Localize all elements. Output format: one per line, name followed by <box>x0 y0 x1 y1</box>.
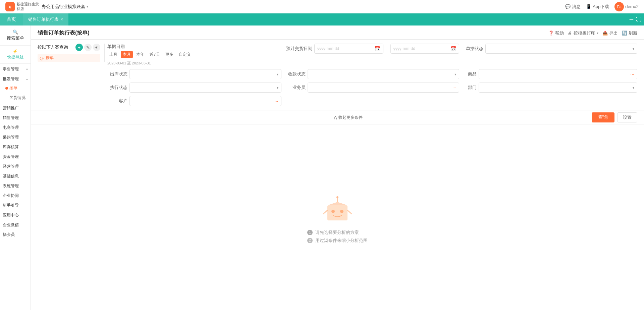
empty-tip-2: 2 用过滤条件来缩小分析范围 <box>307 238 368 244</box>
help-button[interactable]: ❓ 帮助 <box>548 30 564 36</box>
sidebar: 🔍 搜索菜单 ⚡ 快捷导航 零售管理 ▾ 批发管理 ▴ 按单 欠货情况 营销推广… <box>0 25 31 310</box>
expected-date-to-input[interactable]: yyyy-mm-dd 📅 <box>390 44 460 54</box>
filter-section: 按以下方案查询 + ✎ ≪ ◎ 按单 <box>31 40 644 110</box>
customer-label: 客户 <box>107 98 127 104</box>
dept-label: 部门 <box>463 85 477 91</box>
product-select[interactable]: ··· <box>479 69 637 79</box>
search-icon: 🔍 <box>13 30 18 35</box>
status-select[interactable]: ▾ <box>485 44 637 54</box>
expected-date-label: 预计交货日期 <box>285 46 312 52</box>
ship-arrow-icon: ▾ <box>277 72 278 76</box>
sidebar-group-basic[interactable]: 基础信息 <box>0 171 31 180</box>
date-btn-last-month[interactable]: 上月 <box>107 51 119 58</box>
empty-tips: 1 请先选择要分析的方案 2 用过滤条件来缩小分析范围 <box>307 229 368 244</box>
empty-state: 1 请先选择要分析的方案 2 用过滤条件来缩小分析范围 <box>31 125 644 310</box>
sidebar-group-member[interactable]: 畅会员 <box>0 229 31 239</box>
print-arrow-icon: ▾ <box>597 31 598 35</box>
tab-active[interactable]: 销售订单执行表 × <box>23 13 68 25</box>
tab-bar: 首页 销售订单执行表 × ─ ⛶ <box>0 13 644 25</box>
sidebar-group-appcenter[interactable]: 应用中心 <box>0 210 31 219</box>
date-btn-this-month[interactable]: 本月 <box>121 51 133 58</box>
help-icon: ❓ <box>548 31 554 36</box>
message-button[interactable]: 💬 消息 <box>565 4 581 10</box>
sidebar-group-inventory[interactable]: 库存核算 <box>0 142 31 151</box>
refresh-button[interactable]: 🔄 刷新 <box>622 30 637 36</box>
empty-icon <box>321 192 354 225</box>
date-quick-btns: 上月 本月 本年 近7天 更多 自定义 <box>107 51 193 58</box>
sidebar-group-purchase[interactable]: 采购管理 <box>0 132 31 142</box>
tip-num-1: 1 <box>307 230 313 235</box>
sidebar-group-operation[interactable]: 经营管理 <box>0 161 31 171</box>
plan-header-label: 按以下方案查询 <box>38 44 68 50</box>
customer-select[interactable]: ··· <box>129 96 281 106</box>
receipt-status-label: 收款状态 <box>285 71 306 77</box>
print-icon: 🖨 <box>568 31 572 36</box>
filter-fields: 单据日期 上月 本月 本年 近7天 更多 自定义 <box>107 44 637 106</box>
app-download-button[interactable]: 📱 App下载 <box>586 4 609 10</box>
salesperson-select[interactable]: ··· <box>308 83 460 93</box>
sidebar-group-ecommerce[interactable]: 电商管理 <box>0 122 31 132</box>
sidebar-item-按单[interactable]: 按单 <box>0 83 31 93</box>
page-actions: ❓ 帮助 🖨 按模板打印 ▾ 📤 导出 🔄 刷新 <box>548 30 637 36</box>
receipt-arrow-icon: ▾ <box>454 72 456 76</box>
product-label: 商品 <box>463 71 477 77</box>
date-btn-7days[interactable]: 近7天 <box>148 51 162 58</box>
collapse-plan-button[interactable]: ≪ <box>93 44 100 51</box>
dept-select[interactable]: ▾ <box>479 83 637 93</box>
sidebar-group-system[interactable]: 系统管理 <box>0 180 31 190</box>
sidebar-search[interactable]: 🔍 搜索菜单 <box>0 25 31 46</box>
page-header: 销售订单执行表(按单) ❓ 帮助 🖨 按模板打印 ▾ 📤 导出 🔄 刷新 <box>31 25 644 40</box>
exec-status-label: 执行状态 <box>107 85 127 91</box>
svg-point-4 <box>331 210 335 213</box>
export-button[interactable]: 📤 导出 <box>602 30 618 36</box>
sidebar-quick-nav[interactable]: ⚡ 快捷导航 <box>0 46 31 64</box>
sidebar-group-wholesale[interactable]: 批发管理 ▴ <box>0 73 31 83</box>
date-range-display: 2023-03-01 至 2023-03-31 <box>107 61 281 66</box>
app-selector[interactable]: 办公用品行业模拟账套 ▾ <box>42 4 88 10</box>
date-btn-this-year[interactable]: 本年 <box>134 51 146 58</box>
top-bar-right: 💬 消息 📱 App下载 Ea demo2 <box>565 2 639 11</box>
collapse-button[interactable]: ⋀ 收起更多条件 <box>105 113 592 122</box>
tab-close-icon[interactable]: × <box>61 17 63 22</box>
exec-status-select[interactable]: ▾ <box>129 83 281 93</box>
add-plan-button[interactable]: + <box>75 44 83 51</box>
svg-point-5 <box>340 210 343 213</box>
edit-plan-button[interactable]: ✎ <box>84 44 92 51</box>
sidebar-group-newbie[interactable]: 新手引导 <box>0 200 31 210</box>
receipt-status-select[interactable]: ▾ <box>308 69 460 79</box>
plan-item-按单[interactable]: ◎ 按单 <box>38 54 100 62</box>
app-selector-arrow-icon: ▾ <box>87 5 88 8</box>
print-button[interactable]: 🖨 按模板打印 ▾ <box>568 30 598 36</box>
tab-home[interactable]: 首页 <box>0 13 23 25</box>
sidebar-group-marketing[interactable]: 营销推广 <box>0 103 31 112</box>
sidebar-group-finance[interactable]: 资金管理 <box>0 151 31 161</box>
dept-arrow-icon: ▾ <box>633 86 634 90</box>
filter-section-wrapper: 按以下方案查询 + ✎ ≪ ◎ 按单 <box>31 40 644 124</box>
date-btn-more[interactable]: 更多 <box>163 51 175 58</box>
query-button[interactable]: 查询 <box>592 112 614 122</box>
date-separator: — <box>385 46 389 51</box>
filter-plan-panel: 按以下方案查询 + ✎ ≪ ◎ 按单 <box>38 44 105 62</box>
customer-dots-icon: ··· <box>274 98 278 104</box>
ship-status-select[interactable]: ▾ <box>129 69 281 79</box>
sidebar-group-wechat[interactable]: 企业微信 <box>0 219 31 229</box>
sidebar-item-欠货情况[interactable]: 欠货情况 <box>0 93 31 103</box>
logo-area: 好 畅捷通好生意 标版 <box>5 2 39 11</box>
svg-point-7 <box>336 196 338 198</box>
top-bar: 好 畅捷通好生意 标版 办公用品行业模拟账套 ▾ 💬 消息 📱 App下载 Ea… <box>0 0 644 13</box>
tab-minimize-icon[interactable]: ─ <box>630 16 633 22</box>
logo-icon: 好 <box>5 2 15 11</box>
ship-status-label: 出库状态 <box>107 71 127 77</box>
tab-fullscreen-icon[interactable]: ⛶ <box>636 16 641 22</box>
sidebar-group-sales[interactable]: 销售管理 <box>0 112 31 122</box>
user-profile[interactable]: Ea demo2 <box>614 2 639 11</box>
svg-line-9 <box>347 210 352 214</box>
sidebar-group-enterprise[interactable]: 企业协同 <box>0 190 31 200</box>
status-arrow-icon: ▾ <box>633 47 634 51</box>
setting-button[interactable]: 设置 <box>617 112 637 122</box>
expected-date-from-input[interactable]: yyyy-mm-dd 📅 <box>314 44 383 54</box>
page-title: 销售订单执行表(按单) <box>38 30 90 37</box>
salesperson-dots-icon: ··· <box>452 85 457 90</box>
sidebar-group-retail[interactable]: 零售管理 ▾ <box>0 64 31 73</box>
date-btn-custom[interactable]: 自定义 <box>177 51 193 58</box>
